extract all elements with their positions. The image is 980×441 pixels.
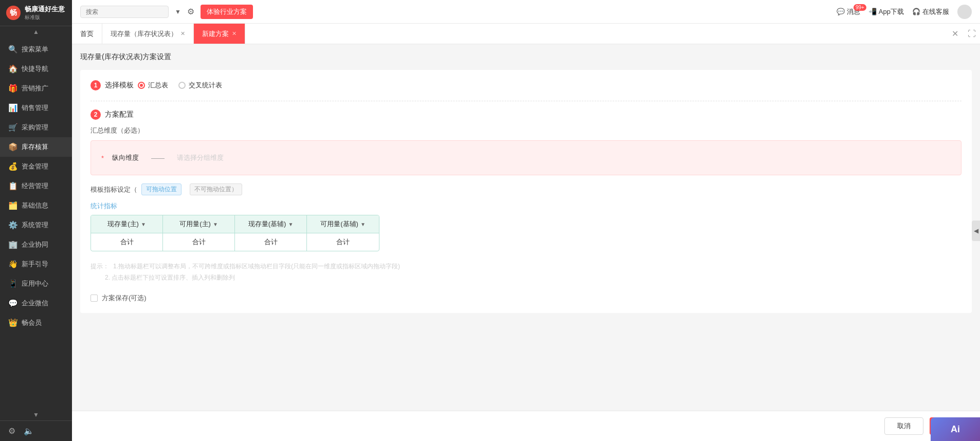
header-app-download[interactable]: 📲 App下载: [868, 7, 904, 16]
stats-col-header-3[interactable]: 可用量(基辅) ▼: [307, 215, 379, 233]
tab-inventory-status[interactable]: 现存量（库存状况表） ✕: [102, 24, 194, 44]
settings-bottom-icon[interactable]: ⚙: [8, 426, 15, 436]
top-header: ▼ ⚙ 体验行业方案 💬 消息 99+ 📲 App下载 🎧 在线客服: [72, 0, 980, 24]
sidebar-item-marketing[interactable]: 🎁 营销推广: [0, 79, 72, 98]
non-draggable-tag: 不可拖动位置）: [190, 183, 242, 195]
radio-cross[interactable]: 交叉统计表: [178, 81, 222, 90]
dimension-separator: ——: [151, 154, 165, 162]
header-right: 💬 消息 99+ 📲 App下载 🎧 在线客服: [837, 5, 972, 19]
header-search-button[interactable]: ▼: [175, 8, 181, 15]
tip2-text: 2. 点击标题栏下拉可设置排序、插入列和删除列: [105, 272, 235, 284]
stats-table-row-0: 合计 合计 合计 合计: [91, 233, 379, 251]
system-icon: ⚙️: [8, 220, 17, 230]
template-options: 汇总表 交叉统计表: [138, 81, 222, 90]
tip-line-2: 2. 点击标题栏下拉可设置排序、插入列和删除列: [90, 272, 961, 284]
tab-inventory-close-icon[interactable]: ✕: [180, 30, 185, 37]
sidebar-item-quick-nav[interactable]: 🏠 快捷导航: [0, 59, 72, 79]
cancel-button[interactable]: 取消: [884, 417, 923, 435]
sidebar-item-label: 新手引导: [22, 260, 48, 269]
tab-inventory-label: 现存量（库存状况表）: [111, 29, 177, 39]
marketing-icon: 🎁: [8, 84, 17, 93]
sidebar-nav: 🔍 搜索菜单 🏠 快捷导航 🎁 营销推广 📊 销售管理 🛒 采购管理 📦 库存核…: [0, 38, 72, 409]
user-avatar[interactable]: [957, 5, 972, 19]
brand-name: 畅康通好生意: [25, 5, 65, 14]
save-checkbox[interactable]: [90, 295, 98, 302]
content-area: 现存量(库存状况表)方案设置 1 选择模板 汇总表 交叉统计表: [72, 44, 980, 411]
header-gear-icon[interactable]: ⚙: [187, 7, 194, 16]
sidebar-item-purchase[interactable]: 🛒 采购管理: [0, 118, 72, 137]
sidebar-item-label: 畅会员: [22, 318, 42, 327]
tab-close-all-icon[interactable]: ✕: [947, 29, 964, 39]
stats-col-label-3: 可用量(基辅): [320, 219, 358, 229]
chevron-2-icon: ▼: [288, 222, 293, 227]
tab-home[interactable]: 首页: [72, 24, 102, 44]
tip-line-prefix: 提示： 1.拖动标题栏可以调整布局，不可跨维度或指标区域拖动栏目字段(只能在同一…: [90, 261, 961, 272]
stats-cell-1: 合计: [163, 233, 235, 251]
sidebar-item-label: 基础信息: [22, 201, 48, 210]
app-download-icon: 📲: [868, 8, 877, 15]
tip2-num: [90, 272, 101, 284]
sidebar-item-search-menu[interactable]: 🔍 搜索菜单: [0, 40, 72, 59]
stats-col-label-2: 现存量(基辅): [248, 219, 286, 229]
sidebar-item-sales[interactable]: 📊 销售管理: [0, 98, 72, 118]
sidebar-scroll-down[interactable]: ▼: [0, 409, 72, 420]
tab-new-scheme-label: 新建方案: [202, 29, 229, 39]
stats-table: 现存量(主) ▼ 可用量(主) ▼ 现存量(基辅) ▼: [90, 215, 379, 251]
dimension-placeholder: 请选择分组维度: [177, 153, 224, 162]
tips-text: 提示： 1.拖动标题栏可以调整布局，不可跨维度或指标区域拖动栏目字段(只能在同一…: [90, 261, 961, 283]
stats-col-label-1: 可用量(主): [179, 219, 211, 229]
step1-section: 1 选择模板 汇总表 交叉统计表: [90, 80, 961, 90]
right-collapse-button[interactable]: ◀: [972, 220, 980, 241]
basic-info-icon: 🗂️: [8, 201, 17, 210]
sidebar-item-app-center[interactable]: 📱 应用中心: [0, 274, 72, 293]
purchase-icon: 🛒: [8, 123, 17, 132]
edition-label: 标准版: [25, 14, 65, 21]
sidebar-item-wechat[interactable]: 💬 企业微信: [0, 293, 72, 313]
indicator-settings: 模板指标设定（ 可拖动位置 不可拖动位置）: [90, 183, 961, 195]
sidebar-item-label: 企业微信: [22, 299, 48, 308]
header-online-service[interactable]: 🎧 在线客服: [912, 7, 949, 16]
tip-prefix: 提示：: [90, 261, 109, 272]
main-area: ▼ ⚙ 体验行业方案 💬 消息 99+ 📲 App下载 🎧 在线客服 首页: [72, 0, 980, 441]
sidebar-item-membership[interactable]: 👑 畅会员: [0, 313, 72, 333]
stats-col-header-0[interactable]: 现存量(主) ▼: [91, 215, 163, 233]
indicator-label: 模板指标设定（ 可拖动位置 不可拖动位置）: [90, 183, 961, 195]
sidebar-item-inventory[interactable]: 📦 库存核算: [0, 137, 72, 157]
stats-col-label-0: 现存量(主): [107, 219, 139, 229]
stats-col-header-1[interactable]: 可用量(主) ▼: [163, 215, 235, 233]
radio-cross-label: 交叉统计表: [189, 81, 222, 90]
dimension-required-mark: *: [101, 154, 104, 162]
volume-bottom-icon[interactable]: 🔈: [24, 426, 34, 436]
sidebar-scroll-up[interactable]: ▲: [0, 26, 72, 38]
dimension-area[interactable]: * 纵向维度 —— 请选择分组维度: [90, 140, 961, 175]
trial-industry-button[interactable]: 体验行业方案: [201, 5, 253, 19]
sidebar-item-finance[interactable]: 💰 资金管理: [0, 157, 72, 176]
header-message[interactable]: 💬 消息 99+: [837, 7, 860, 16]
sidebar-item-label: 企业协同: [22, 240, 48, 249]
dimension-name: 纵向维度: [112, 153, 139, 162]
tab-expand-icon[interactable]: ⛶: [964, 29, 980, 39]
page-title: 现存量(库存状况表)方案设置: [80, 52, 972, 62]
sidebar-item-label: 应用中心: [22, 279, 48, 288]
sales-icon: 📊: [8, 103, 17, 113]
tab-new-scheme-close-icon[interactable]: ✕: [232, 30, 237, 37]
sidebar-item-label: 系统管理: [22, 220, 48, 230]
app-download-label: App下载: [879, 7, 904, 16]
search-menu-icon: 🔍: [8, 45, 17, 54]
sidebar-item-enterprise[interactable]: 🏢 企业协同: [0, 235, 72, 254]
tip1-text: 1.拖动标题栏可以调整布局，不可跨维度或指标区域拖动栏目字段(只能在同一维度或指…: [113, 261, 400, 272]
step1-header: 1 选择模板 汇总表 交叉统计表: [90, 80, 961, 90]
action-bar: 取消 查询: [72, 411, 980, 441]
radio-summary[interactable]: 汇总表: [138, 81, 168, 90]
stats-col-header-2[interactable]: 现存量(基辅) ▼: [235, 215, 307, 233]
tab-new-scheme[interactable]: 新建方案 ✕: [194, 24, 245, 44]
sidebar-item-system[interactable]: ⚙️ 系统管理: [0, 215, 72, 235]
sidebar-item-operation[interactable]: 📋 经营管理: [0, 176, 72, 196]
inventory-icon: 📦: [8, 142, 17, 152]
header-search-input[interactable]: [80, 6, 169, 18]
sidebar-item-newbie[interactable]: 👋 新手引导: [0, 254, 72, 274]
ai-fab-button[interactable]: Ai: [931, 417, 980, 441]
sidebar-item-basic-info[interactable]: 🗂️ 基础信息: [0, 196, 72, 215]
sidebar-item-label: 销售管理: [22, 103, 48, 113]
tips-section: 提示： 1.拖动标题栏可以调整布局，不可跨维度或指标区域拖动栏目字段(只能在同一…: [90, 261, 961, 283]
